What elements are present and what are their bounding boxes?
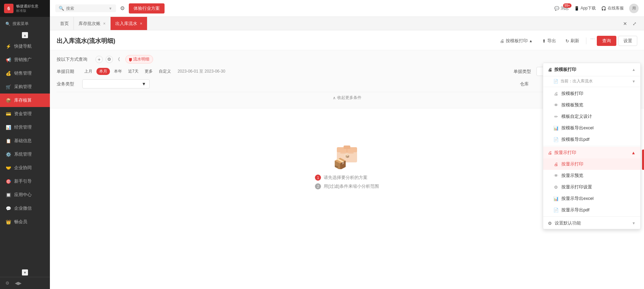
app-download-icon: 📱 <box>574 6 579 11</box>
sidebar-item-operations[interactable]: 📊 经营管理 <box>0 121 50 134</box>
message-item[interactable]: 💬 消息 99+ <box>554 5 569 11</box>
default-func-label: 设置默认功能 <box>555 220 581 226</box>
display-preview-item[interactable]: 👁 按显示预览 <box>543 170 640 181</box>
customer-service-item[interactable]: 🎧 在线客服 <box>601 5 624 11</box>
tab-bar: 首页 库存批次账 × 出入库流水 × ✕ ⤢ <box>50 17 644 30</box>
display-print-item[interactable]: 🖨 按显示打印 <box>543 158 640 170</box>
user-avatar[interactable]: 用 <box>629 4 639 13</box>
sidebar-item-member[interactable]: 👑 畅会员 <box>0 215 50 229</box>
sidebar-item-enterprise[interactable]: 🤝 企业协同 <box>0 161 50 175</box>
tab-batch-ledger-label: 库存批次账 <box>79 21 100 27</box>
date-btn-last-month[interactable]: 上月 <box>82 68 94 75</box>
refresh-icon: ↻ <box>565 38 569 44</box>
setting-button[interactable]: 设置 <box>618 36 637 46</box>
purchase-icon: 🛒 <box>5 84 11 90</box>
sidebar-item-system[interactable]: ⚙️ 系统管理 <box>0 148 50 161</box>
dropdown-print-icon: 🖨 <box>548 67 552 72</box>
sidebar-item-inventory[interactable]: 📦 库存核算 <box>0 94 50 107</box>
business-type-select[interactable]: ▼ <box>82 79 150 88</box>
tab-batch-ledger-close[interactable]: × <box>103 21 106 26</box>
sidebar-item-basic-info[interactable]: 📋 基础信息 <box>0 134 50 148</box>
print-label: 按模板打印 <box>506 38 528 44</box>
template-print-item[interactable]: 🖨 按模板打印 <box>543 88 640 99</box>
tab-batch-ledger[interactable]: 库存批次账 × <box>74 17 111 30</box>
print-btn[interactable]: 🖨 按模板打印 ▲ <box>497 36 535 45</box>
search-menu-btn[interactable]: 🔍 搜索菜单 <box>3 20 47 28</box>
sidebar-label-app-center: 应用中心 <box>14 192 32 198</box>
display-print-section[interactable]: 🖨 按显示打印 ▲ <box>543 147 640 158</box>
sidebar-search[interactable]: 🔍 搜索菜单 <box>0 17 50 31</box>
default-func-item[interactable]: ⚙ 设置默认功能 ▼ <box>543 217 640 229</box>
top-search-input[interactable] <box>66 6 107 11</box>
export-btn[interactable]: ⬆ 导出 <box>539 36 559 45</box>
template-pdf-item[interactable]: 📄 按模板导出pdf <box>543 134 640 145</box>
display-excel-item[interactable]: 📊 按显示导出excel <box>543 193 640 204</box>
flow-detail-tag[interactable]: ● 流水明细 <box>125 55 153 63</box>
divider-1 <box>543 87 640 87</box>
date-btn-this-year[interactable]: 本年 <box>112 68 124 75</box>
sidebar-item-sales[interactable]: 💰 销售管理 <box>0 67 50 80</box>
more-options-icon[interactable]: ··· <box>590 36 595 46</box>
top-search[interactable]: 🔍 ▼ <box>55 4 116 12</box>
template-preview-item[interactable]: 👁 按模板预览 <box>543 99 640 111</box>
sidebar-item-wechat[interactable]: 💬 企业微信 <box>0 202 50 215</box>
query-button[interactable]: 查询 <box>597 36 616 46</box>
sidebar-item-quick-nav[interactable]: ⚡ 快捷导航 <box>0 40 50 53</box>
settings-gear-icon[interactable]: ⚙ <box>120 5 125 11</box>
tab-close-btn[interactable]: ✕ <box>621 20 629 28</box>
refresh-btn[interactable]: ↻ 刷新 <box>563 36 582 45</box>
current-template-chevron[interactable]: ▼ <box>632 79 636 83</box>
filter-add-btn[interactable]: + <box>95 56 103 63</box>
tip-text-2: 用[过滤]条件来缩小分析范围 <box>324 183 379 189</box>
operations-icon: 📊 <box>5 124 11 130</box>
template-custom-item[interactable]: ✏ 模板自定义设计 <box>543 111 640 122</box>
filter-row-1: 按以下方式查询 + ⚙ 《 ● 流水明细 <box>57 55 637 63</box>
sidebar-item-purchase[interactable]: 🛒 采购管理 <box>0 80 50 94</box>
dropdown-collapse-icon[interactable]: ▲ <box>632 68 636 72</box>
tab-flow[interactable]: 出入库流水 × <box>111 17 147 30</box>
settings-icon[interactable]: ⚙ <box>5 281 9 286</box>
display-print-settings-item[interactable]: ⚙ 按显示打印设置 <box>543 181 640 193</box>
display-pdf-item[interactable]: 📄 按显示导出pdf <box>543 204 640 216</box>
top-search-icon: 🔍 <box>59 6 64 11</box>
top-search-chevron-icon[interactable]: ▼ <box>109 6 112 10</box>
sidebar-item-marketing[interactable]: 📢 营销推广 <box>0 53 50 67</box>
sidebar-item-finance[interactable]: 💳 资金管理 <box>0 107 50 121</box>
divider <box>586 37 586 44</box>
filter-collapse-btn[interactable]: 《 <box>116 56 120 62</box>
tab-home[interactable]: 首页 <box>55 17 74 30</box>
print-chevron-icon[interactable]: ▲ <box>529 39 533 43</box>
display-print-section-icon: 🖨 <box>548 150 552 155</box>
tip-num-2: 2 <box>315 183 321 189</box>
sidebar-item-newbie[interactable]: 🎯 新手引导 <box>0 175 50 188</box>
display-print-section-chevron[interactable]: ▲ <box>631 150 636 155</box>
date-btn-custom[interactable]: 自定义 <box>157 68 173 75</box>
app-download-item[interactable]: 📱 App下载 <box>574 5 596 11</box>
sidebar-scroll-down-btn[interactable]: ▼ <box>22 269 28 275</box>
display-excel-icon: 📊 <box>553 196 559 201</box>
template-pdf-label: 按模板导出pdf <box>561 136 589 142</box>
date-btn-recent-7[interactable]: 近7天 <box>126 68 141 75</box>
type-label: 单据类型 <box>514 69 534 75</box>
tab-flow-label: 出入库流水 <box>115 21 137 27</box>
display-print-label: 按显示打印 <box>561 161 583 167</box>
system-icon: ⚙️ <box>5 151 11 157</box>
tab-flow-close[interactable]: × <box>140 21 142 26</box>
sidebar-label-member: 畅会员 <box>14 219 27 225</box>
tab-expand-btn[interactable]: ⤢ <box>631 20 639 28</box>
date-btn-this-month[interactable]: 本月 <box>96 68 110 75</box>
collapse-sidebar-icon[interactable]: ◀▶ <box>15 281 22 286</box>
sidebar-scroll-up-btn[interactable]: ▲ <box>22 32 28 38</box>
template-preview-label: 按模板预览 <box>561 102 583 108</box>
industry-solution-button[interactable]: 体验行业方案 <box>129 3 165 14</box>
display-print-settings-label: 按显示打印设置 <box>561 184 592 190</box>
finance-icon: 💳 <box>5 111 11 117</box>
template-excel-item[interactable]: 📊 按模板导出excel <box>543 122 640 134</box>
date-btn-more[interactable]: 更多 <box>143 68 155 75</box>
filter-setting-btn[interactable]: ⚙ <box>106 56 113 63</box>
query-actions: ··· 查询 设置 <box>590 36 637 46</box>
sidebar-item-app-center[interactable]: 🔲 应用中心 <box>0 188 50 202</box>
collapse-label: 收起更多条件 <box>337 95 361 101</box>
date-label: 单据日期 <box>57 69 77 75</box>
current-template-label: 📄 当前：出入库流水 ▼ <box>543 76 640 86</box>
